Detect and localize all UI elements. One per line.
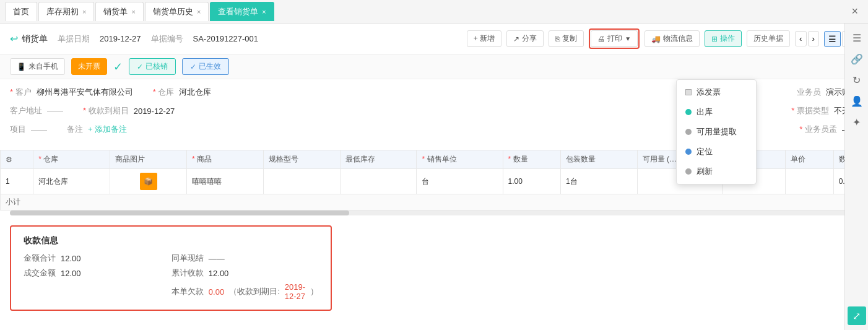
col-quantity: * 数量 (503, 150, 560, 169)
dropdown-available-qty[interactable]: 可用量提取 (677, 122, 756, 142)
no-value: SA-20191227-001 (193, 34, 259, 43)
row-pack-qty: 1台 (560, 169, 637, 194)
sidebar-star-icon[interactable]: ✦ (848, 113, 866, 131)
dropdown-locate[interactable]: 定位 (677, 142, 756, 162)
checkmark-icon[interactable]: ✓ (113, 60, 123, 74)
logistics-icon: 🚚 (651, 35, 661, 43)
not-open-button[interactable]: 未开票 (71, 58, 107, 75)
sidebar-list-icon[interactable]: ☰ (848, 28, 866, 47)
no-label: 单据编号 (151, 33, 183, 45)
history-button-label: 历史单据 (753, 33, 783, 44)
tab-sales-order[interactable]: 销货单 × (95, 2, 143, 21)
add-note-button[interactable]: + 添加备注 (88, 124, 127, 135)
add-invoice-icon (685, 89, 692, 95)
operation-icon: ⊞ (711, 35, 718, 43)
tab-view-sales-order-close[interactable]: × (262, 8, 266, 15)
doc-title-text: 销货单 (22, 33, 48, 45)
payment-info-box: 收款信息 金额合计 12.00 同单现结 —— 成交金额 12.00 累计收款 … (10, 225, 332, 311)
payment-info-title: 收款信息 (24, 235, 318, 246)
next-arrow[interactable]: › (808, 31, 819, 46)
doc-title-icon: ↩ (10, 33, 18, 45)
prev-arrow[interactable]: ‹ (795, 31, 806, 46)
already-effective-button[interactable]: ✓ 已生效 (182, 58, 229, 75)
operation-button-label: 操作 (720, 33, 735, 44)
tab-sales-order-close[interactable]: × (131, 8, 135, 15)
already-cancelled-button[interactable]: ✓ 已核销 (129, 58, 176, 75)
refresh-label: 刷新 (697, 166, 713, 177)
note-label: 备注 (67, 124, 83, 135)
col-pack-qty: 包装数量 (560, 150, 637, 169)
close-window-button[interactable]: × (846, 5, 863, 18)
transaction-row: 成交金额 12.00 (24, 267, 157, 279)
cumulative-row: 累计收款 12.00 (171, 267, 318, 279)
customer-value: 柳州粤港平安气体有限公司 (37, 87, 133, 98)
dropdown-add-invoice[interactable]: 添发票 (677, 82, 756, 102)
total-label: 金额合计 (24, 253, 56, 264)
row-unit-price (785, 169, 833, 194)
tab-view-sales-order[interactable]: 查看销货单 × (210, 2, 274, 21)
col-min-stock: 最低库存 (340, 150, 417, 169)
tab-view-sales-order-label: 查看销货单 (218, 6, 258, 17)
product-image: 📦 (140, 173, 157, 190)
single-settlement-value: —— (209, 254, 225, 263)
sidebar-refresh-icon[interactable]: ↻ (848, 71, 866, 89)
date-label: 单据日期 (58, 33, 90, 45)
overdue-date: 2019-12-27 (285, 282, 305, 301)
share-button[interactable]: ↗ 分享 (506, 30, 544, 47)
already-cancelled-label: 已核销 (145, 61, 168, 72)
row-product-img: 📦 (110, 169, 187, 194)
from-phone-icon: 📱 (17, 63, 26, 71)
checkmark2-icon: ✓ (137, 63, 143, 71)
payment-date-field: 收款到期日 2019-12-27 (83, 105, 175, 116)
sidebar-expand-icon[interactable]: ⤢ (848, 306, 866, 325)
outbound-icon (685, 109, 692, 115)
overdue-row: 本单欠款 0.00 （收款到期日: 2019-12-27 ） (171, 282, 318, 301)
logistics-button[interactable]: 🚚 物流信息 (644, 30, 700, 47)
tab-home[interactable]: 首页 (5, 2, 37, 21)
tab-sales-order-label: 销货单 (103, 6, 128, 17)
sales-staff-label: 业务员孟 (799, 124, 837, 135)
copy-button-label: 复制 (562, 33, 577, 44)
new-button[interactable]: + 新增 (467, 30, 501, 47)
tab-inventory-init[interactable]: 库存期初 × (38, 2, 94, 21)
dropdown-outbound[interactable]: 出库 (677, 102, 756, 122)
print-button[interactable]: 🖨 打印 ▼ (591, 30, 638, 47)
gear-icon: ⚙ (6, 155, 12, 164)
from-phone-button[interactable]: 📱 来自手机 (10, 58, 65, 75)
row-product: 嘻嘻嘻嘻 (187, 169, 264, 194)
sidebar-link-icon[interactable]: 🔗 (848, 50, 866, 68)
dropdown-refresh[interactable]: 刷新 (677, 162, 756, 181)
tab-inventory-init-close[interactable]: × (82, 8, 86, 15)
subtotal-row: 小计 (1, 194, 868, 211)
doc-meta: 单据日期 2019-12-27 单据编号 SA-20191227-001 (58, 33, 258, 45)
staff-label: 业务员 (797, 87, 821, 98)
tab-sales-history[interactable]: 销货单历史 × (145, 2, 209, 21)
warehouse-value: 河北仓库 (179, 87, 211, 98)
operation-button[interactable]: ⊞ 操作 (705, 30, 742, 47)
overdue-suffix: ） (310, 286, 318, 297)
new-button-label: + 新增 (474, 33, 495, 44)
doc-toolbar2: 📱 来自手机 未开票 ✓ ✓ 已核销 ✓ 已生效 (0, 54, 868, 79)
scrollbar-thumb[interactable] (10, 211, 349, 215)
tab-inventory-init-label: 库存期初 (46, 6, 79, 17)
transaction-value: 12.00 (61, 269, 81, 278)
copy-icon: ⎘ (555, 35, 560, 43)
total-amount-row: 金额合计 12.00 (24, 253, 157, 264)
operation-dropdown-menu: 添发票 出库 可用量提取 定位 刷新 (676, 79, 757, 185)
nav-arrows: ‹ › (795, 31, 819, 46)
cumulative-value: 12.00 (209, 269, 229, 278)
col-spec: 规格型号 (263, 150, 340, 169)
horizontal-scrollbar[interactable] (10, 211, 858, 215)
tab-home-label: 首页 (13, 6, 29, 17)
refresh-icon (685, 168, 692, 175)
history-button[interactable]: 历史单据 (747, 30, 790, 47)
copy-button[interactable]: ⎘ 复制 (549, 30, 584, 47)
sidebar-user-icon[interactable]: 👤 (848, 92, 866, 110)
payment-date-label: 收款到期日 (83, 105, 129, 116)
single-settlement-label: 同单现结 (171, 253, 204, 264)
col-gear[interactable]: ⚙ (1, 150, 33, 169)
project-value: —— (31, 125, 47, 134)
tab-sales-history-close[interactable]: × (197, 8, 201, 15)
locate-label: 定位 (697, 146, 713, 157)
list-view-button[interactable]: ☰ (824, 31, 841, 47)
